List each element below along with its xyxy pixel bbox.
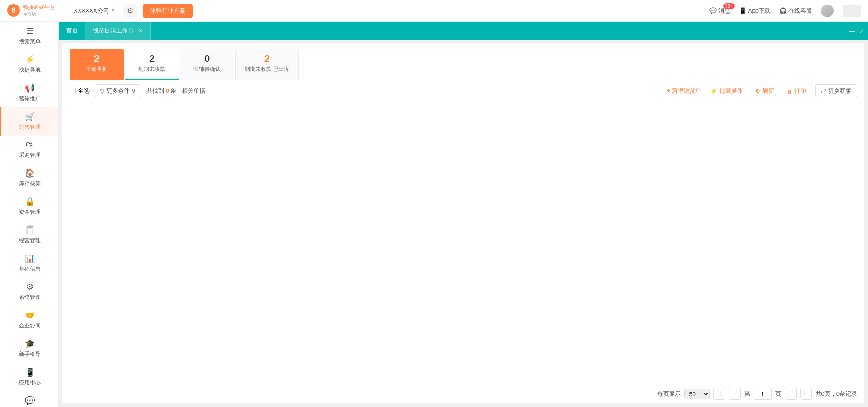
logo-badge: 标准版 (23, 11, 55, 17)
sidebar-label-purchase-mgmt: 采购管理 (19, 151, 41, 159)
filter-chevron-icon: ∨ (132, 88, 136, 94)
sidebar-item-quick-nav[interactable]: ⚡ 快捷导航 (0, 50, 58, 79)
user-name-area[interactable] (843, 5, 861, 17)
company-selector[interactable]: XXXXXX公司 ▼ (70, 5, 119, 17)
purchase-icon: 🛍 (26, 140, 34, 150)
sidebar-item-marketing[interactable]: 📢 营销推广 (0, 79, 58, 107)
filter-button[interactable]: ▽ 更多条件 ∨ (95, 84, 141, 97)
tab-controls: — ⤢ (845, 22, 868, 40)
logo-text: 畅捷通好生意 (23, 4, 55, 10)
print-label: 打印 (794, 87, 806, 95)
new-sales-button[interactable]: + 新增销货单 (667, 87, 701, 95)
company-name: XXXXXX公司 (74, 7, 109, 15)
tab-maximize-icon[interactable]: ⤢ (859, 27, 864, 34)
filter-label: 更多条件 (106, 87, 130, 95)
per-page-select[interactable]: 50 100 200 (684, 389, 710, 399)
tab-home-label: 首页 (66, 27, 78, 35)
sidebar-label-enterprise-collab: 企业协同 (19, 322, 41, 330)
stats-not-shipped-label: 到期未收款 已出库 (245, 65, 289, 73)
sidebar-label-beginner-guide: 新手引导 (19, 351, 41, 358)
sidebar-item-purchase-mgmt[interactable]: 🛍 采购管理 (0, 136, 58, 164)
sidebar-item-operations[interactable]: 📋 经营管理 (0, 220, 58, 249)
tab-home[interactable]: 首页 (59, 22, 85, 40)
sidebar-label-quick-nav: 快捷导航 (19, 66, 41, 74)
sidebar-item-basic-info[interactable]: 📊 基础信息 (0, 249, 58, 277)
message-icon: 💬 (709, 7, 717, 14)
message-button[interactable]: 💬 消息 99+ (709, 7, 730, 15)
print-icon: 🖨 (787, 88, 793, 94)
batch-ops-button[interactable]: ⚡ 批量操作 (707, 85, 746, 97)
online-service-label: 在线客服 (788, 7, 812, 15)
switch-version-button[interactable]: ⇄ 切换新版 (815, 84, 857, 97)
tab-workbench[interactable]: 钱货日清工作台 ✕ (85, 22, 151, 40)
sidebar-item-app-center[interactable]: 📱 应用中心 (0, 363, 58, 391)
stats-tab-overdue-not-shipped[interactable]: 2 到期未收款 已出库 (235, 49, 299, 80)
batch-icon: ⚡ (710, 88, 717, 94)
sidebar-label-operations: 经营管理 (19, 237, 41, 244)
logo-icon: 6 (7, 4, 20, 17)
per-page-label: 每页显示 (657, 390, 681, 398)
switch-icon: ⇄ (821, 88, 826, 94)
settings-button[interactable]: ⚙ (123, 4, 137, 18)
mobile-icon: 📱 (739, 7, 746, 14)
stats-tab-wangwang[interactable]: 0 旺辅待确认 (180, 49, 234, 80)
sidebar-item-finance[interactable]: 🔒 资金管理 (0, 192, 58, 220)
tab-close-icon[interactable]: ✕ (138, 28, 143, 34)
sidebar-item-inventory[interactable]: 🏠 库存核算 (0, 164, 58, 192)
stats-wangwang-label: 旺辅待确认 (189, 65, 225, 73)
checkbox-icon (70, 88, 76, 94)
app-download-button[interactable]: 📱 App下载 (739, 7, 770, 15)
sidebar-item-enterprise-wechat[interactable]: 💬 企业微信 (0, 391, 58, 407)
table-area (62, 102, 864, 384)
page-number-input[interactable] (754, 388, 772, 400)
select-all-checkbox[interactable]: 全选 (70, 87, 90, 95)
stats-tab-overdue-unpaid[interactable]: 2 到期未收款 (125, 49, 179, 80)
first-page-button[interactable]: 《 (713, 388, 725, 400)
sidebar-label-basic-info: 基础信息 (19, 265, 41, 273)
refresh-label: 刷新 (762, 87, 774, 95)
inventory-icon: 🏠 (25, 168, 35, 178)
toolbar: 全选 ▽ 更多条件 ∨ 共找到 0 条 相关单据 + 新增销货单 (62, 80, 864, 102)
app-center-icon: 📱 (25, 367, 35, 377)
next-page-button[interactable]: 〉 (785, 388, 797, 400)
sales-icon: 🛒 (25, 112, 35, 122)
select-all-label: 全选 (78, 87, 90, 95)
enterprise-wechat-icon: 💬 (25, 396, 35, 406)
main-layout: ☰ 搜索菜单 ⚡ 快捷导航 📢 营销推广 🛒 销售管理 🛍 采购管理 🏠 库存核… (0, 22, 868, 407)
prev-page-button[interactable]: 〈 (729, 388, 741, 400)
sidebar-item-search-menu[interactable]: ☰ 搜索菜单 (0, 22, 58, 50)
online-service-button[interactable]: 🎧 在线客服 (779, 7, 812, 15)
sidebar-label-search-menu: 搜索菜单 (19, 38, 41, 46)
stats-tab-all[interactable]: 2 全部单据 (70, 49, 124, 80)
tab-minimize-icon[interactable]: — (849, 27, 855, 34)
operations-icon: 📋 (25, 225, 35, 235)
experience-button[interactable]: 体验行业方案 (143, 4, 193, 18)
sidebar-label-sales-mgmt: 销售管理 (19, 123, 41, 131)
empty-state (70, 106, 857, 241)
sidebar-item-sys-mgmt[interactable]: ⚙ 系统管理 (0, 277, 58, 306)
sidebar-item-enterprise-collab[interactable]: 🤝 企业协同 (0, 306, 58, 334)
page-content: 2 全部单据 2 到期未收款 0 旺辅待确认 2 到期未收款 已出库 (62, 43, 864, 403)
toolbar-right: + 新增销货单 ⚡ 批量操作 ↻ 刷新 🖨 打印 ⇄ (667, 84, 857, 97)
stats-overdue-number: 2 (134, 53, 170, 65)
pagination: 每页显示 50 100 200 《 〈 第 页 〉 》 共0页，0条记录 (62, 384, 864, 403)
sidebar-item-beginner-guide[interactable]: 🎓 新手引导 (0, 334, 58, 363)
batch-ops-label: 批量操作 (719, 87, 743, 95)
refresh-button[interactable]: ↻ 刷新 (752, 85, 778, 97)
marketing-icon: 📢 (25, 83, 35, 93)
sidebar-label-finance: 资金管理 (19, 208, 41, 216)
search-menu-icon: ☰ (26, 26, 33, 36)
print-button[interactable]: 🖨 打印 (783, 85, 810, 97)
last-page-button[interactable]: 》 (800, 388, 812, 400)
sidebar-item-sales-mgmt[interactable]: 🛒 销售管理 (0, 107, 58, 136)
sidebar-label-marketing: 营销推广 (19, 95, 41, 103)
related-order-link[interactable]: 相关单据 (182, 87, 205, 95)
logo-area: 6 畅捷通好生意 标准版 (7, 4, 66, 17)
basic-info-icon: 📊 (25, 253, 35, 263)
sidebar-label-inventory: 库存核算 (19, 180, 41, 187)
message-badge: 99+ (723, 3, 735, 9)
sidebar-label-app-center: 应用中心 (19, 379, 41, 387)
stats-wangwang-number: 0 (189, 53, 225, 65)
user-avatar[interactable] (821, 5, 834, 17)
enterprise-collab-icon: 🤝 (25, 310, 35, 320)
